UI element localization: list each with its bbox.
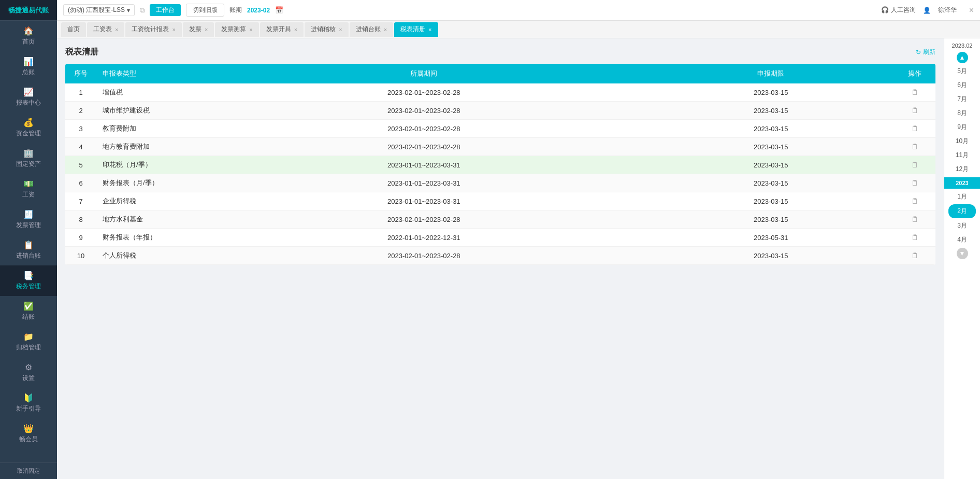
topbar-right: 🎧 人工咨询 👤 徐泽华 × [881, 6, 974, 15]
tab-bar: 首页 工资表 × 工资统计报表 × 发票 × 发票测算 × 发票开具 × 进销稽… [57, 21, 980, 38]
col-deadline: 申报期限 [648, 64, 894, 83]
sidebar-item-member[interactable]: 👑 畅会员 [0, 418, 57, 449]
cell-type: 城市维护建设税 [96, 102, 200, 120]
tab-label: 发票测算 [221, 25, 246, 34]
user-avatar[interactable]: 👤 [923, 7, 931, 14]
sidebar-item-ledger[interactable]: 📊 总账 [0, 51, 57, 82]
tab-close-icon[interactable]: × [115, 26, 118, 33]
sidebar-item-guide[interactable]: 🔰 新手引导 [0, 388, 57, 418]
sidebar-item-home[interactable]: 🏠 首页 [0, 21, 57, 51]
tab-invoice[interactable]: 发票 × [183, 22, 214, 37]
tab-close-icon[interactable]: × [428, 26, 431, 33]
tab-close-icon[interactable]: × [294, 26, 297, 33]
sidebar-item-invoice[interactable]: 🧾 发票管理 [0, 204, 57, 235]
date-month-6[interactable]: 6月 [944, 78, 980, 92]
file-action-icon[interactable]: 🗒 [911, 251, 918, 260]
cell-deadline: 2023-05-31 [648, 229, 894, 247]
settle-icon: ✅ [23, 301, 34, 311]
cell-type: 教育费附加 [96, 120, 200, 138]
cell-type: 企业所得税 [96, 192, 200, 210]
date-month-7[interactable]: 7月 [944, 92, 980, 106]
cell-period: 2023-02-01~2023-02-28 [200, 210, 648, 229]
cell-period: 2023-02-01~2023-02-28 [200, 120, 648, 138]
cell-type: 地方教育费附加 [96, 138, 200, 156]
tab-purchase-check[interactable]: 进销稽核 × [305, 22, 348, 37]
date-month-8[interactable]: 8月 [944, 106, 980, 120]
tab-close-icon[interactable]: × [384, 26, 387, 33]
cell-deadline: 2023-03-15 [648, 210, 894, 229]
company-selector[interactable]: (勿动) 江西股宝-LSS ▾ [63, 4, 135, 16]
tab-invoice-calc[interactable]: 发票测算 × [215, 22, 258, 37]
cell-deadline: 2023-03-15 [648, 174, 894, 192]
date-up-button[interactable]: ▲ [957, 52, 968, 63]
tab-close-icon[interactable]: × [339, 26, 342, 33]
date-month-2[interactable]: 2月 [948, 204, 976, 218]
cell-type: 印花税（月/季） [96, 156, 200, 174]
sidebar-item-reports[interactable]: 📈 报表中心 [0, 82, 57, 112]
table-row: 8 地方水利基金 2023-02-01~2023-02-28 2023-03-1… [65, 210, 935, 229]
col-action: 操作 [894, 64, 935, 83]
sidebar-item-funds[interactable]: 💰 资金管理 [0, 112, 57, 143]
table-row: 5 印花税（月/季） 2023-01-01~2023-03-31 2023-03… [65, 156, 935, 174]
tab-salary-table[interactable]: 工资表 × [87, 22, 124, 37]
switch-old-button[interactable]: 切到旧版 [186, 4, 224, 17]
close-button[interactable]: × [969, 6, 974, 15]
date-down-button[interactable]: ▼ [957, 248, 968, 259]
tab-home[interactable]: 首页 [61, 22, 86, 37]
sidebar-item-salary[interactable]: 💵 工资 [0, 174, 57, 204]
file-action-icon[interactable]: 🗒 [911, 106, 918, 115]
cell-deadline: 2023-03-15 [648, 102, 894, 120]
period-value: 2023-02 [247, 7, 270, 14]
human-consult-button[interactable]: 🎧 人工咨询 [881, 6, 915, 15]
date-month-3[interactable]: 3月 [944, 219, 980, 233]
sidebar-item-purchase-sales[interactable]: 📋 进销台账 [0, 235, 57, 265]
date-month-10[interactable]: 10月 [944, 134, 980, 148]
cell-id: 4 [65, 138, 96, 156]
sidebar-item-settle[interactable]: ✅ 结账 [0, 296, 57, 327]
date-month-11[interactable]: 11月 [944, 148, 980, 162]
date-month-4[interactable]: 4月 [944, 233, 980, 247]
tab-close-icon[interactable]: × [205, 26, 208, 33]
calendar-icon[interactable]: 📅 [275, 6, 283, 14]
tab-tax-list[interactable]: 税表清册 × [394, 22, 438, 37]
refresh-button[interactable]: ↻ 刷新 [916, 48, 935, 57]
tab-purchase-ledger[interactable]: 进销台账 × [350, 22, 393, 37]
cell-type: 地方水利基金 [96, 210, 200, 229]
file-action-icon[interactable]: 🗒 [911, 179, 918, 187]
table-row: 3 教育费附加 2023-02-01~2023-02-28 2023-03-15… [65, 120, 935, 138]
tab-invoice-open[interactable]: 发票开具 × [260, 22, 304, 37]
date-month-12[interactable]: 12月 [944, 162, 980, 176]
date-month-5[interactable]: 5月 [944, 64, 980, 78]
file-action-icon[interactable]: 🗒 [911, 161, 918, 169]
date-month-9[interactable]: 9月 [944, 120, 980, 134]
sidebar-item-settings[interactable]: ⚙ 设置 [0, 357, 57, 388]
unpin-button[interactable]: 取消固定 [0, 462, 57, 479]
archive-icon: 📁 [23, 332, 34, 342]
tab-label: 工资表 [93, 25, 112, 34]
file-action-icon[interactable]: 🗒 [911, 143, 918, 151]
cell-deadline: 2023-03-15 [648, 138, 894, 156]
tax-table: 序号 申报表类型 所属期间 申报期限 操作 1 增值税 2023-02-01~2… [65, 64, 935, 265]
cell-action: 🗒 [894, 120, 935, 138]
file-action-icon[interactable]: 🗒 [911, 215, 918, 223]
file-action-icon[interactable]: 🗒 [911, 88, 918, 96]
workspace-button[interactable]: 工作台 [150, 4, 181, 16]
file-action-icon[interactable]: 🗒 [911, 233, 918, 242]
sidebar-item-tax[interactable]: 📑 税务管理 [0, 265, 57, 296]
tab-close-icon[interactable]: × [249, 26, 252, 33]
tab-close-icon[interactable]: × [172, 26, 175, 33]
cell-deadline: 2023-03-15 [648, 83, 894, 102]
date-month-1[interactable]: 1月 [944, 190, 980, 204]
copy-icon[interactable]: ⧉ [140, 6, 145, 15]
date-panel-header: 2023.02 [952, 40, 973, 51]
cell-deadline: 2023-03-15 [648, 192, 894, 210]
tab-salary-stats[interactable]: 工资统计报表 × [125, 22, 181, 37]
cell-action: 🗒 [894, 247, 935, 265]
app-logo: 畅捷通易代账 [0, 0, 57, 21]
file-action-icon[interactable]: 🗒 [911, 197, 918, 205]
asset-icon: 🏢 [23, 148, 34, 158]
invoice-icon: 🧾 [23, 209, 34, 219]
sidebar-item-archive[interactable]: 📁 归档管理 [0, 327, 57, 357]
file-action-icon[interactable]: 🗒 [911, 124, 918, 133]
sidebar-item-assets[interactable]: 🏢 固定资产 [0, 143, 57, 174]
